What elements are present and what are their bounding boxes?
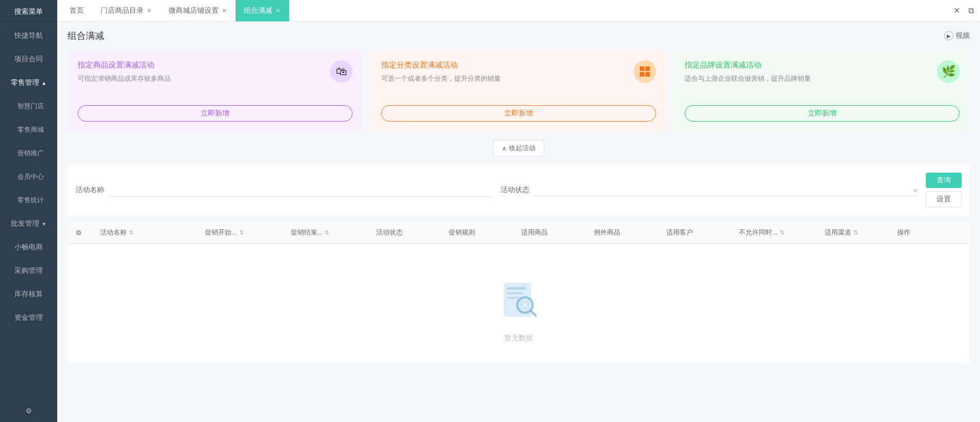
tab-close-combo-discount[interactable]: ✕ [275,7,281,14]
tab-bar-controls: ✕ ⧉ [951,6,976,16]
data-table: ⚙ 活动名称 促销开始... 促销结束... 活动状态 促销规则 [67,222,970,363]
th-customer: 适用客户 [662,222,735,243]
page-header: 组合满减 ▶ 视频 [67,30,970,42]
brand-activity-card: 指定品牌设置满减活动 适合与上游企业联合做营销，提升品牌销量 🌿 立即新增 [674,50,970,132]
empty-illustration [493,274,544,325]
empty-text: 暂无数据 [504,334,533,343]
filter-status-label: 活动状态 [501,185,529,195]
sidebar-item-smart-store[interactable]: 智慧门店 [0,95,57,118]
sidebar-item-project-contract[interactable]: 项目合同 [0,48,57,71]
tab-store-catalog[interactable]: 门店商品目录 ✕ [92,0,160,21]
filter-name-label: 活动名称 [76,185,104,195]
th-name[interactable]: 活动名称 [96,222,201,243]
filter-name-item: 活动名称 [76,184,493,197]
sidebar-item-retail-mall[interactable]: 零售商城 [0,118,57,142]
play-icon: ▶ [944,31,953,40]
collapse-activity-btn[interactable]: ∧ 收起活动 [493,140,544,156]
th-settings[interactable]: ⚙ [72,223,96,243]
sidebar-item-retail-stats[interactable]: 零售统计 [0,189,57,212]
sidebar-item-small-ecomm[interactable]: 小畅电商 [0,236,57,259]
th-channel[interactable]: 适用渠道 [821,222,893,243]
tab-home[interactable]: 首页 [61,0,92,21]
th-action: 操作 [893,222,966,243]
category-card-icon [634,60,656,83]
window-restore-btn[interactable]: ⧉ [966,6,976,16]
filter-row: 活动名称 活动状态 ∨ 查询 设置 [67,165,970,216]
svg-rect-3 [645,72,650,77]
empty-state: 暂无数据 [67,244,970,363]
sidebar-item-member-center[interactable]: 会员中心 [0,165,57,189]
goods-card-desc: 可指定滞销商品或库存较多商品 [78,74,353,97]
goods-card-icon: 🛍 [330,60,353,83]
sidebar-item-marketing[interactable]: 营销推广 [0,142,57,165]
gear-icon: ⚙ [76,229,82,237]
window-close-btn[interactable]: ✕ [951,6,962,16]
th-status: 活动状态 [372,222,445,243]
filter-actions: 查询 设置 [926,173,962,207]
collapse-bar: ∧ 收起活动 [67,140,970,156]
sidebar: 搜索菜单 快捷导航 项目合同 零售管理 智慧门店 零售商城 营销推广 会员中心 … [0,0,57,422]
category-card-title: 指定分类设置满减活动 [381,60,656,70]
chevron-up-icon: ∧ [502,145,507,152]
sidebar-item-inventory-calc[interactable]: 库存核算 [0,283,57,306]
activity-cards: 指定商品设置满减活动 可指定滞销商品或库存较多商品 🛍 立即新增 指定分类设置满… [67,50,970,132]
svg-rect-5 [507,287,526,290]
goods-activity-card: 指定商品设置满减活动 可指定滞销商品或库存较多商品 🛍 立即新增 [67,50,363,132]
table-header: ⚙ 活动名称 促销开始... 促销结束... 活动状态 促销规则 [67,222,970,244]
category-card-add-btn[interactable]: 立即新增 [381,105,656,122]
svg-rect-2 [640,72,644,77]
tab-bar: 首页 门店商品目录 ✕ 微商城店铺设置 ✕ 组合满减 ✕ ✕ ⧉ [57,0,980,21]
sidebar-item-quick-nav[interactable]: 快捷导航 [0,24,57,48]
svg-rect-0 [640,66,644,71]
th-end[interactable]: 促销结束... [287,222,372,243]
goods-card-title: 指定商品设置满减活动 [78,60,353,70]
category-card-desc: 可选一个或者多个分类，提升分类的销量 [381,74,656,97]
sidebar-item-wholesale-mgmt[interactable]: 批发管理 [0,212,57,236]
tab-mini-store-settings[interactable]: 微商城店铺设置 ✕ [160,0,236,21]
th-rule: 促销规则 [445,222,517,243]
svg-rect-1 [645,66,650,71]
filter-name-input[interactable] [108,184,493,197]
th-start[interactable]: 促销开始... [201,222,286,243]
category-activity-card: 指定分类设置满减活动 可选一个或者多个分类，提升分类的销量 立即新增 [371,50,666,132]
tab-close-mini-store[interactable]: ✕ [222,7,227,14]
brand-card-icon: 🌿 [937,60,960,83]
sidebar-item-purchase-mgmt[interactable]: 采购管理 [0,259,57,283]
filter-status-select[interactable]: ∨ [533,184,918,196]
goods-card-add-btn[interactable]: 立即新增 [78,105,353,122]
brand-card-title: 指定品牌设置满减活动 [685,60,960,70]
tab-combo-discount[interactable]: 组合满减 ✕ [236,0,289,21]
brand-card-desc: 适合与上游企业联合做营销，提升品牌销量 [685,74,960,97]
th-except: 例外商品 [590,222,662,243]
sidebar-item-finance-mgmt[interactable]: 资金管理 [0,306,57,330]
brand-card-add-btn[interactable]: 立即新增 [685,105,960,122]
query-btn[interactable]: 查询 [926,173,962,188]
sidebar-settings-btn[interactable]: ⚙ [0,400,57,422]
th-notallow[interactable]: 不允许同时... [735,222,820,243]
sidebar-item-retail-mgmt[interactable]: 零售管理 [0,71,57,95]
chevron-down-icon: ∨ [913,186,918,194]
svg-rect-6 [507,292,523,294]
page-title: 组合满减 [67,30,104,42]
svg-rect-7 [507,297,520,299]
th-goods: 适用商品 [517,222,590,243]
settings-btn[interactable]: 设置 [926,191,962,207]
main-area: 首页 门店商品目录 ✕ 微商城店铺设置 ✕ 组合满减 ✕ ✕ ⧉ 组合满减 ▶ … [57,0,980,422]
page-content: 组合满减 ▶ 视频 指定商品设置满减活动 可指定滞销商品或库存较多商品 🛍 立即… [57,21,980,422]
video-link[interactable]: ▶ 视频 [944,31,970,40]
sidebar-search[interactable]: 搜索菜单 [0,0,57,24]
filter-status-item: 活动状态 ∨ [501,184,918,196]
tab-close-store-catalog[interactable]: ✕ [147,7,152,14]
